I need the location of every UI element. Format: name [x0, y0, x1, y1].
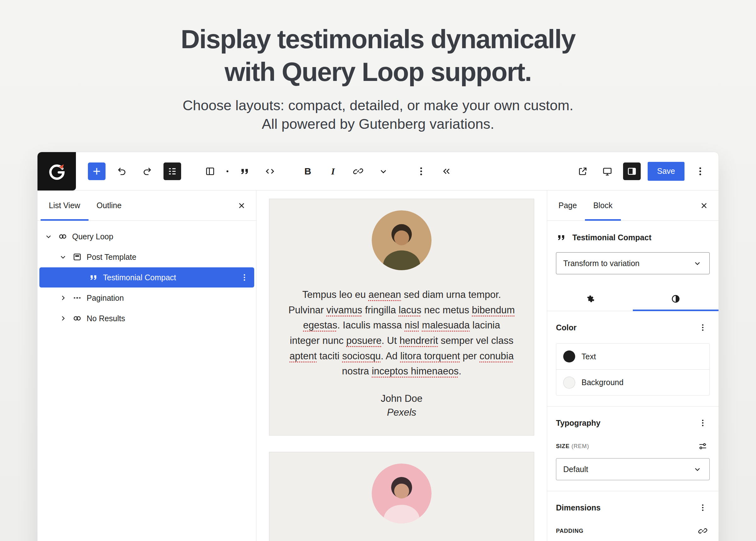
code-button[interactable]	[261, 163, 279, 180]
item-options-kebab-icon[interactable]	[240, 273, 249, 282]
size-settings-button[interactable]	[696, 439, 710, 453]
tab-styles[interactable]	[633, 287, 718, 311]
inspector-header: Page Block	[547, 191, 718, 221]
styles-icon	[670, 293, 681, 304]
chevron-down-icon[interactable]	[44, 232, 53, 242]
tab-list-view[interactable]: List View	[41, 191, 89, 221]
list-view-icon	[167, 166, 178, 177]
text-color-swatch	[563, 350, 575, 362]
template-icon	[72, 252, 83, 262]
author-source[interactable]: Pexels	[387, 407, 416, 418]
hero-title: Display testimonials dynamically with Qu…	[0, 23, 756, 88]
plus-icon	[91, 166, 102, 177]
tab-outline[interactable]: Outline	[89, 191, 130, 221]
collapse-toolbar-button[interactable]	[437, 163, 455, 180]
tab-page[interactable]: Page	[550, 191, 585, 221]
list-item-no-results[interactable]: No Results	[39, 308, 254, 328]
kebab-icon	[695, 166, 706, 177]
chevron-right-icon[interactable]	[58, 293, 68, 303]
typography-section-title: Typography	[556, 418, 600, 428]
block-inserter-button[interactable]	[88, 163, 106, 180]
block-tree: Query Loop Post Template Testimonial	[38, 221, 256, 329]
tree-item-label: Post Template	[87, 253, 136, 262]
link-button[interactable]	[349, 163, 367, 180]
typography-options-button[interactable]	[696, 416, 710, 430]
bold-button[interactable]: B	[299, 163, 317, 180]
document-overview-toggle[interactable]	[164, 163, 181, 180]
size-label: SIZE(REM)	[556, 443, 589, 450]
chevron-right-icon[interactable]	[58, 313, 68, 323]
avatar[interactable]	[372, 463, 431, 523]
editor-toolbar: B I	[38, 152, 718, 191]
save-button[interactable]: Save	[648, 162, 684, 181]
dimensions-options-button[interactable]	[696, 501, 710, 515]
format-options-button[interactable]	[412, 163, 430, 180]
template-icon	[205, 166, 216, 177]
tree-item-label: Testimonial Compact	[103, 273, 176, 282]
transform-select-label: Transform to variation	[563, 259, 639, 268]
list-item-post-template[interactable]: Post Template	[39, 247, 254, 267]
color-rows: Text Background	[556, 343, 710, 395]
font-size-select[interactable]: Default	[556, 458, 710, 480]
logo-icon	[47, 161, 67, 181]
testimonial-text[interactable]: Tempus leo eu aenean sed diam urna tempo…	[287, 287, 516, 379]
woman-avatar-image	[372, 463, 431, 523]
loop-icon	[72, 313, 83, 323]
tab-block[interactable]: Block	[585, 191, 620, 221]
sliders-icon	[698, 441, 708, 451]
external-link-icon	[577, 166, 588, 177]
desktop-icon	[602, 166, 613, 177]
testimonial-card[interactable]: Lorem ipsum dolor sit amet, consectetur …	[269, 452, 534, 541]
open-in-new-button[interactable]	[574, 163, 591, 180]
redo-button[interactable]	[138, 163, 156, 180]
tree-item-label: Pagination	[87, 293, 124, 302]
list-item-query-loop[interactable]: Query Loop	[39, 227, 254, 247]
close-list-view-button[interactable]	[233, 197, 251, 215]
settings-sidebar-toggle[interactable]	[623, 163, 641, 180]
code-icon	[264, 166, 276, 177]
background-color-row[interactable]: Background	[556, 369, 709, 395]
separator-dot	[227, 170, 228, 172]
font-size-value: Default	[563, 465, 588, 474]
pagination-icon	[72, 293, 83, 303]
background-color-swatch	[563, 377, 575, 388]
hero: Display testimonials dynamically with Qu…	[0, 0, 756, 133]
color-section: Color Text Background	[547, 311, 718, 406]
quote-icon	[556, 232, 567, 243]
hero-subtitle-line2: All powered by Gutenberg variations.	[0, 115, 756, 134]
editor-window: B I	[37, 152, 719, 541]
typography-section: Typography SIZE(REM)	[547, 406, 718, 491]
list-item-pagination[interactable]: Pagination	[39, 288, 254, 308]
plugin-logo[interactable]	[38, 152, 76, 191]
block-card: Testimonial Compact	[547, 221, 718, 243]
avatar[interactable]	[372, 210, 431, 270]
dimensions-section-title: Dimensions	[556, 503, 601, 512]
tab-settings[interactable]	[547, 287, 633, 311]
author-name[interactable]: John Doe	[381, 393, 423, 404]
testimonial-card[interactable]: Tempus leo eu aenean sed diam urna tempo…	[269, 199, 534, 435]
list-view-panel-header: List View Outline	[38, 191, 256, 221]
undo-button[interactable]	[113, 163, 131, 180]
more-menu-button[interactable]	[691, 163, 709, 180]
preview-desktop-button[interactable]	[598, 163, 616, 180]
padding-label: PADDING	[556, 528, 583, 534]
close-inspector-button[interactable]	[695, 197, 713, 215]
close-icon	[699, 200, 709, 211]
more-formats-button[interactable]	[375, 163, 392, 180]
sidebar-icon	[626, 166, 638, 177]
man-avatar-image	[372, 210, 431, 270]
italic-button[interactable]: I	[324, 163, 342, 180]
transform-to-variation-select[interactable]: Transform to variation	[556, 252, 710, 274]
double-chevron-left-icon	[441, 166, 452, 177]
kebab-icon	[698, 418, 707, 428]
kebab-icon	[698, 323, 707, 332]
quote-block-button[interactable]	[236, 163, 254, 180]
color-options-button[interactable]	[696, 320, 710, 334]
list-item-testimonial-compact[interactable]: Testimonial Compact	[39, 268, 254, 287]
text-color-row[interactable]: Text	[556, 343, 709, 369]
template-block-button[interactable]	[201, 163, 219, 180]
padding-link-button[interactable]	[696, 524, 710, 538]
editor-canvas: Tempus leo eu aenean sed diam urna tempo…	[257, 191, 547, 541]
chevron-down-icon[interactable]	[58, 252, 68, 262]
hero-subtitle: Choose layouts: compact, detailed, or ma…	[0, 96, 756, 133]
